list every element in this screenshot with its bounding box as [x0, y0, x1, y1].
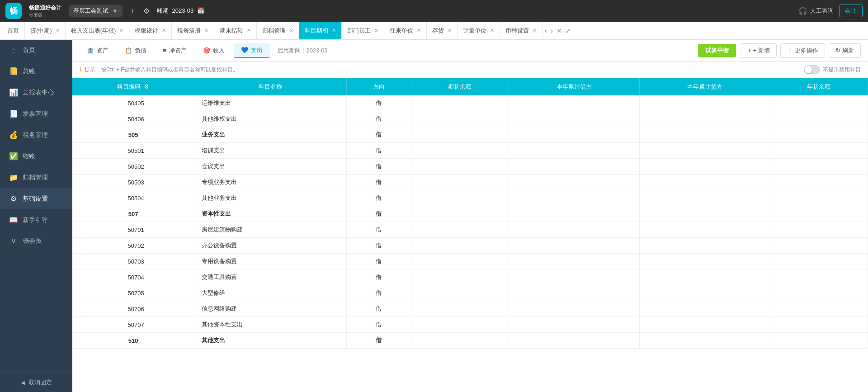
tab-archive[interactable]: 归档管理 ✕ [257, 22, 299, 40]
tab-prev-btn[interactable]: ‹ [542, 27, 548, 35]
sidebar-item-archive[interactable]: 📁 归档管理 [0, 167, 72, 188]
table-row[interactable]: 50707 其他资本性支出 借 [72, 317, 868, 333]
sidebar-item-tax[interactable]: 💰 税务管理 [0, 124, 72, 146]
sidebar-item-member[interactable]: V 畅会员 [0, 231, 72, 251]
sidebar-item-invoice[interactable]: 🧾 发票管理 [0, 103, 72, 124]
refresh-icon: ↻ [835, 47, 840, 54]
sub-tab-liability[interactable]: 📋 负债 [118, 44, 154, 57]
settings-btn[interactable]: ⚙ [142, 5, 151, 17]
add-btn[interactable]: ＋ + 新增 [740, 43, 777, 58]
sidebar-label-guide: 新手引导 [23, 216, 48, 224]
kuaiji-button[interactable]: 会计 [839, 5, 863, 17]
add-company-btn[interactable]: ＋ [127, 5, 138, 18]
table-row[interactable]: 50406 其他维权支出 借 [72, 111, 868, 127]
sub-tab-net-asset[interactable]: ≡ 净资产 [156, 44, 194, 57]
cell-initial-balance [411, 285, 509, 301]
table-row[interactable]: 50703 专用设备购置 借 [72, 254, 868, 269]
sidebar-item-general-ledger[interactable]: 📒 总账 [0, 61, 72, 82]
table-row[interactable]: 50504 其他业务支出 借 [72, 190, 868, 206]
table-row[interactable]: 510 其他支出 借 [72, 333, 868, 349]
tab-period-end[interactable]: 期末结转 ✕ [214, 22, 257, 40]
tab-bar: 首页 贷(中期) ✕ 收入支出表(年报) ✕ 模版设计 ✕ 税表清册 ✕ 期末结… [0, 22, 868, 40]
tab-currency[interactable]: 币种设置 ✕ [500, 22, 542, 40]
disable-toggle[interactable] [804, 65, 820, 74]
table-header-row: 科目编码 ⚙ 科目名称 方向 期初余额 本年累计借方 本年累计贷方 年初余额 [72, 78, 868, 95]
tab-inventory[interactable]: 存货 ✕ [427, 22, 458, 40]
income-icon: 🎯 [203, 47, 210, 54]
table-row[interactable]: 50702 办公设备购置 借 [72, 238, 868, 254]
table-row[interactable]: 505 业务支出 借 [72, 127, 868, 143]
tab-template[interactable]: 模版设计 ✕ [129, 22, 172, 40]
tab-close-icon[interactable]: ✕ [332, 28, 336, 33]
table-row[interactable]: 50501 培训支出 借 [72, 143, 868, 159]
tab-close-icon[interactable]: ✕ [247, 28, 251, 33]
cell-ytd-credit [639, 301, 770, 317]
cell-initial-balance [411, 111, 509, 127]
ledger-icon: 📒 [9, 67, 18, 76]
tab-counterpart[interactable]: 往来单位 ✕ [384, 22, 427, 40]
tab-close-icon[interactable]: ✕ [448, 28, 452, 33]
sidebar-collapse-btn[interactable]: ◄ 取消固定 [0, 373, 72, 392]
cell-code: 50704 [72, 269, 194, 285]
balance-btn[interactable]: 试算平衡 [698, 44, 736, 57]
cell-year-initial [770, 222, 868, 238]
table-row[interactable]: 50502 会议支出 借 [72, 159, 868, 175]
tax-icon: 💰 [9, 131, 18, 139]
sidebar-item-guide[interactable]: 📖 新手引导 [0, 209, 72, 231]
col-header-name: 科目名称 [194, 78, 347, 95]
table-row[interactable]: 50706 信息网络购建 借 [72, 301, 868, 317]
cell-code: 50706 [72, 301, 194, 317]
table-row[interactable]: 50405 运维维支出 借 [72, 95, 868, 111]
table-row[interactable]: 50704 交通工具购置 借 [72, 269, 868, 285]
tab-close-icon[interactable]: ✕ [490, 28, 494, 33]
tab-next-btn[interactable]: › [549, 27, 555, 35]
tab-close-icon[interactable]: ✕ [289, 28, 293, 33]
tab-subject-initial[interactable]: 科目期初 ✕ [299, 22, 342, 40]
cell-ytd-credit [639, 95, 770, 111]
tab-debt-mid[interactable]: 贷(中期) ✕ [25, 22, 66, 40]
sub-tab-income[interactable]: 🎯 收入 [196, 44, 232, 57]
tab-close-icon[interactable]: ✕ [204, 28, 208, 33]
tab-department[interactable]: 部门员工 ✕ [342, 22, 384, 40]
table-row[interactable]: 507 资本性支出 借 [72, 206, 868, 222]
tab-tax-list[interactable]: 税表清册 ✕ [172, 22, 214, 40]
tab-close-icon[interactable]: ✕ [417, 28, 421, 33]
sub-tab-asset[interactable]: 🏦 资产 [80, 44, 116, 57]
member-icon: V [9, 238, 18, 245]
sidebar-bottom: ◄ 取消固定 [0, 373, 72, 392]
tab-close-icon[interactable]: ✕ [119, 28, 123, 33]
more-btn[interactable]: ⋮ 更多操作 [780, 43, 825, 58]
company-selector[interactable]: 基层工会测试 ▼ [69, 5, 123, 17]
sub-tab-expense[interactable]: 💙 支出 [234, 43, 270, 58]
tab-income-annual[interactable]: 收入支出表(年报) ✕ [66, 22, 130, 40]
table-row[interactable]: 50701 房屋建筑物购建 借 [72, 222, 868, 238]
tab-home[interactable]: 首页 [2, 22, 25, 40]
sidebar-item-home[interactable]: ⌂ 首页 [0, 40, 72, 61]
cell-ytd-debit [509, 301, 639, 317]
tab-close-icon[interactable]: ✕ [533, 28, 537, 33]
tab-close-all-btn[interactable]: ✕ [555, 27, 564, 34]
cell-direction: 借 [346, 159, 411, 175]
tab-close-icon[interactable]: ✕ [56, 28, 60, 33]
sidebar-item-settings[interactable]: ⚙ 基础设置 [0, 188, 72, 209]
sidebar-item-settlement[interactable]: ✅ 结账 [0, 146, 72, 167]
cell-year-initial [770, 206, 868, 222]
sidebar-label-settings: 基础设置 [23, 195, 48, 203]
tab-close-icon[interactable]: ✕ [162, 28, 166, 33]
table-row[interactable]: 50705 大型修缮 借 [72, 285, 868, 301]
column-settings-icon[interactable]: ⚙ [144, 83, 149, 90]
user-service[interactable]: 🎧 人工咨询 [798, 7, 834, 15]
tab-close-icon[interactable]: ✕ [374, 28, 378, 33]
cell-initial-balance [411, 95, 509, 111]
refresh-btn[interactable]: ↻ 刷新 [829, 43, 861, 58]
tab-unit[interactable]: 计量单位 ✕ [458, 22, 500, 40]
cell-name: 资本性支出 [194, 206, 347, 222]
calendar-icon[interactable]: 📅 [197, 7, 204, 14]
guide-icon: 📖 [9, 216, 18, 224]
table-row[interactable]: 50503 专项业务支出 借 [72, 175, 868, 190]
tab-expand-btn[interactable]: ⤢ [564, 27, 573, 34]
notice-bar: ℹ 提示：按Ctrl + F键并输入科目编码或者科目名称可以查找科目。 不显示禁… [72, 61, 868, 78]
cell-direction: 借 [346, 111, 411, 127]
cell-direction: 借 [346, 222, 411, 238]
sidebar-item-reports[interactable]: 📊 云报表中心 [0, 82, 72, 103]
